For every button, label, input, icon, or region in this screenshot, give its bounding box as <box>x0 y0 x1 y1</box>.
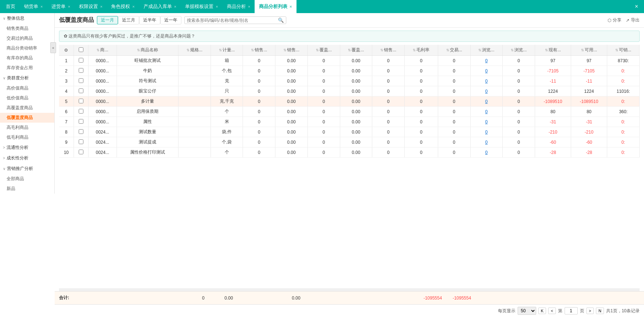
period-button-近一月[interactable]: 近一月 <box>97 16 118 24</box>
nav-item-角色授权[interactable]: 角色授权× <box>107 0 139 13</box>
per-page-select[interactable]: 2050100 <box>518 307 536 315</box>
sort-icon-sales_rate[interactable]: ⇅ <box>380 48 383 52</box>
sidebar-section-流通性分析[interactable]: >流通性分析 <box>0 142 54 153</box>
last-page-button[interactable]: N <box>596 308 604 314</box>
cell-browse1[interactable]: 0 <box>470 76 503 86</box>
cell-browse1[interactable]: 0 <box>470 66 503 76</box>
cell-checkbox[interactable] <box>74 66 88 76</box>
sidebar-item-有库存的商品[interactable]: 有库存的商品 <box>0 53 54 63</box>
window-close-button[interactable]: × <box>631 3 643 10</box>
cell-browse1[interactable]: 0 <box>470 137 503 147</box>
cell-checkbox[interactable] <box>74 56 88 66</box>
sort-icon-gross_margin[interactable]: ⇅ <box>413 48 416 52</box>
first-page-button[interactable]: K <box>538 308 546 314</box>
row-checkbox[interactable] <box>79 129 83 134</box>
sidebar-section-类群度分析[interactable]: ∨类群度分析 <box>0 73 54 83</box>
nav-item-单据模板设置[interactable]: 单据模板设置× <box>181 0 222 13</box>
select-all-checkbox[interactable] <box>79 47 83 52</box>
row-checkbox[interactable] <box>79 88 83 93</box>
sort-icon-available_stock[interactable]: ⇅ <box>581 48 584 52</box>
sort-icon-browse2[interactable]: ⇅ <box>511 48 514 52</box>
row-checkbox[interactable] <box>79 109 83 114</box>
nav-item-产成品入库单[interactable]: 产成品入库单× <box>139 0 181 13</box>
cell-checkbox[interactable] <box>74 96 88 107</box>
nav-item-首页[interactable]: 首页 <box>1 0 20 13</box>
row-checkbox[interactable] <box>79 58 83 63</box>
row-checkbox[interactable] <box>79 99 83 103</box>
sidebar-section-营销推广分析[interactable]: ∨营销推广分析 <box>0 163 54 174</box>
sidebar-item-库存资金占用[interactable]: 库存资金占用 <box>0 63 54 73</box>
nav-item-商品分析列表[interactable]: 商品分析列表× <box>255 0 296 13</box>
cell-browse1[interactable]: 0 <box>470 56 503 66</box>
cell-browse1[interactable]: 0 <box>470 147 503 158</box>
cell-browse1[interactable]: 0 <box>470 86 503 96</box>
period-button-近一年[interactable]: 近一年 <box>160 16 181 24</box>
cell-checkbox[interactable] <box>74 127 88 137</box>
sort-icon-code[interactable]: ⇅ <box>97 48 99 52</box>
sidebar-item-低毛利商品[interactable]: 低毛利商品 <box>0 132 54 142</box>
sidebar-item-销售类商品[interactable]: 销售类商品 <box>0 24 54 33</box>
sort-icon-name[interactable]: ⇅ <box>137 48 140 52</box>
row-checkbox[interactable] <box>79 150 83 154</box>
sidebar-collapse-button[interactable]: « <box>50 42 56 53</box>
nav-close-icon[interactable]: × <box>132 4 134 9</box>
sort-icon-browse1[interactable]: ⇅ <box>478 48 481 52</box>
sidebar-item-交易过的商品[interactable]: 交易过的商品 <box>0 33 54 43</box>
cell-browse1[interactable]: 0 <box>470 127 503 137</box>
cell-checkbox[interactable] <box>74 86 88 96</box>
sidebar-section-成长性分析[interactable]: >成长性分析 <box>0 153 54 163</box>
row-checkbox[interactable] <box>79 68 83 73</box>
nav-item-进货单[interactable]: 进货单× <box>47 0 74 13</box>
sort-icon-current_stock[interactable]: ⇅ <box>545 48 548 52</box>
row-checkbox[interactable] <box>79 139 83 144</box>
cell-checkbox[interactable] <box>74 147 88 158</box>
cell-browse1[interactable]: 0 <box>470 107 503 117</box>
sidebar-item-商品分类动销率[interactable]: 商品分类动销率 <box>0 43 54 53</box>
cell-checkbox[interactable] <box>74 117 88 127</box>
sort-icon-spec[interactable]: ⇅ <box>186 48 189 52</box>
cell-checkbox[interactable] <box>74 76 88 86</box>
nav-close-icon[interactable]: × <box>68 4 70 9</box>
sidebar-item-高毛利商品[interactable]: 高毛利商品 <box>0 123 54 132</box>
col-header-settings[interactable]: ⚙ <box>59 45 74 56</box>
sidebar-item-高价值商品[interactable]: 高价值商品 <box>0 83 54 93</box>
sidebar-item-低价值商品[interactable]: 低价值商品 <box>0 93 54 103</box>
nav-close-icon[interactable]: × <box>290 4 292 9</box>
sidebar-section-整体信息[interactable]: ∨整体信息 <box>0 13 54 24</box>
page-number-input[interactable] <box>565 307 578 314</box>
sort-icon-unit[interactable]: ⇅ <box>219 48 222 52</box>
cell-checkbox[interactable] <box>74 137 88 147</box>
cell-checkbox[interactable] <box>74 107 88 117</box>
nav-close-icon[interactable]: × <box>216 4 218 9</box>
settings-icon[interactable]: ⚙ <box>64 48 68 53</box>
row-checkbox[interactable] <box>79 119 83 124</box>
row-checkbox[interactable] <box>79 78 83 83</box>
nav-item-销货单[interactable]: 销货单× <box>20 0 47 13</box>
period-button-近三月[interactable]: 近三月 <box>118 16 139 24</box>
nav-close-icon[interactable]: × <box>40 4 43 9</box>
search-box[interactable]: 🔍 <box>184 16 286 24</box>
nav-item-商品分析[interactable]: 商品分析× <box>223 0 255 13</box>
search-input[interactable] <box>187 18 276 23</box>
nav-close-icon[interactable]: × <box>248 4 250 9</box>
sort-icon-sales_amt[interactable]: ⇅ <box>283 48 286 52</box>
nav-item-权限设置[interactable]: 权限设置× <box>75 0 107 13</box>
sort-icon-sales_qty[interactable]: ⇅ <box>251 48 254 52</box>
sidebar-item-新品[interactable]: 新品 <box>0 184 54 194</box>
sort-icon-coverage1[interactable]: ⇅ <box>316 48 319 52</box>
sort-icon-transaction[interactable]: ⇅ <box>446 48 449 52</box>
period-button-近半年[interactable]: 近半年 <box>139 16 160 24</box>
next-page-button[interactable]: > <box>586 308 594 314</box>
cell-browse1[interactable]: 0 <box>470 96 503 107</box>
sidebar-item-低覆盖度商品[interactable]: 低覆盖度商品 <box>0 113 54 123</box>
sort-icon-coverage2[interactable]: ⇅ <box>348 48 351 52</box>
horizontal-scrollbar[interactable] <box>59 288 640 291</box>
export-button[interactable]: ↗ 导出 <box>626 17 640 23</box>
cell-browse1[interactable]: 0 <box>470 117 503 127</box>
sort-icon-saleable[interactable]: ⇅ <box>615 48 618 52</box>
share-button[interactable]: ⬡ 分享 <box>608 17 621 23</box>
sidebar-item-高覆盖度商品[interactable]: 高覆盖度商品 <box>0 103 54 113</box>
nav-close-icon[interactable]: × <box>100 4 102 9</box>
col-header-checkbox[interactable] <box>74 45 88 56</box>
prev-page-button[interactable]: < <box>548 308 555 314</box>
